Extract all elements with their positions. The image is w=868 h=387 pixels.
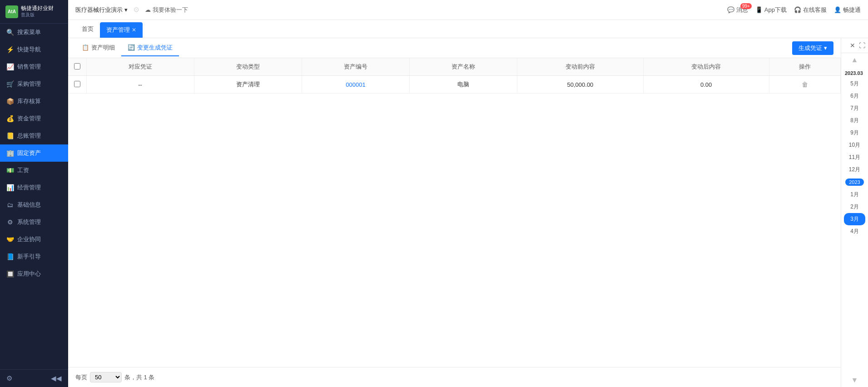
nav-tabs: 首页 资产管理 ✕ <box>68 20 868 38</box>
sidebar-item-ledger[interactable]: 📒总账管理 <box>0 127 68 144</box>
sidebar-item-label-salary: 工资 <box>17 166 29 174</box>
sidebar-item-operation[interactable]: 📊经营管理 <box>0 179 68 196</box>
table-container: 对应凭证变动类型资产编号资产名称变动前内容变动后内容操作 --资产清理00000… <box>68 58 841 367</box>
content-inner: 📋 资产明细 🔄 变更生成凭证 生成凭证 ▾ 对应凭证变动类型资产编号资产名称变… <box>68 38 841 387</box>
list-icon: 📋 <box>82 44 89 51</box>
basic-info-icon: 🗂 <box>6 201 14 208</box>
per-page-label: 每页 <box>75 373 87 382</box>
calendar-month[interactable]: 1月 <box>841 189 868 201</box>
sidebar-item-fund[interactable]: 💰资金管理 <box>0 110 68 127</box>
sidebar-item-label-quick-nav: 快捷导航 <box>17 45 41 54</box>
calendar-month[interactable]: 3月 <box>844 213 865 225</box>
row-before: 50,000.00 <box>517 76 643 94</box>
col-header-1: 对应凭证 <box>86 58 194 76</box>
sidebar-item-label-sales: 销售管理 <box>17 63 41 71</box>
sidebar-item-basic-info[interactable]: 🗂基础信息 <box>0 196 68 213</box>
year-badge: 2023 <box>841 176 868 189</box>
logo-text-block: 畅捷通好业财 普及版 <box>21 5 54 19</box>
sidebar-item-label-purchase: 采购管理 <box>17 80 41 88</box>
company-selector[interactable]: 医疗器械行业演示 ▾ <box>75 6 128 14</box>
sub-tabs: 📋 资产明细 🔄 变更生成凭证 生成凭证 ▾ <box>68 38 841 58</box>
calendar-list: 2023.035月6月7月8月9月10月11月12月20231月2月3月4月 <box>841 67 868 373</box>
calendar-scroll-up[interactable]: ▲ <box>841 53 868 67</box>
dropdown-arrow: ▾ <box>824 45 827 51</box>
sidebar-item-inventory[interactable]: 📦库存核算 <box>0 93 68 110</box>
sidebar-item-quick-nav[interactable]: ⚡快捷导航 <box>0 41 68 58</box>
generate-label: 生成凭证 <box>799 44 822 52</box>
sidebar-item-label-ledger: 总账管理 <box>17 132 41 140</box>
side-calendar-panel: ✕ ⛶ ▲ 2023.035月6月7月8月9月10月11月12月20231月2月… <box>841 38 868 387</box>
calendar-month[interactable]: 2月 <box>841 201 868 213</box>
enterprise-icon: 🤝 <box>6 236 14 243</box>
sidebar-bottom: ⚙ ◀◀ <box>0 369 68 387</box>
ledger-icon: 📒 <box>6 132 14 139</box>
tab-asset-manage[interactable]: 资产管理 ✕ <box>100 22 143 38</box>
calendar-month[interactable]: 9月 <box>841 127 868 139</box>
sidebar-logo: AtA 畅捷通好业财 普及版 <box>0 0 68 24</box>
app-download-btn[interactable]: 📱 App下载 <box>755 6 787 14</box>
calendar-month[interactable]: 12月 <box>841 164 868 176</box>
sidebar-item-label-fixed-asset: 固定资产 <box>17 149 41 157</box>
pagination: 每页 102050100 条，共 1 条 <box>68 367 841 387</box>
col-header-5: 变动前内容 <box>517 58 643 76</box>
user-label: 畅捷通 <box>843 6 861 14</box>
sidebar-item-enterprise[interactable]: 🤝企业协同 <box>0 231 68 248</box>
sidebar-item-system[interactable]: ⚙系统管理 <box>0 213 68 231</box>
per-page-select[interactable]: 102050100 <box>90 372 122 382</box>
sidebar-item-fixed-asset[interactable]: 🏢固定资产 <box>0 144 68 162</box>
sidebar-item-app-center[interactable]: 🔲应用中心 <box>0 265 68 283</box>
row-change-type: 资产清理 <box>194 76 302 94</box>
calendar-month[interactable]: 5月 <box>841 78 868 90</box>
app-download-label: App下载 <box>764 6 787 14</box>
sidebar-item-label-system: 系统管理 <box>17 218 41 226</box>
sidebar-item-guide[interactable]: 📘新手引导 <box>0 248 68 265</box>
settings-icon[interactable]: ⚙ <box>6 374 12 382</box>
calendar-month[interactable]: 10月 <box>841 139 868 151</box>
sidebar-item-label-enterprise: 企业协同 <box>17 235 41 243</box>
topbar-right: 💬 消息 99+ 📱 App下载 🎧 在线客服 👤 畅捷通 <box>727 6 861 14</box>
calendar-month[interactable]: 6月 <box>841 90 868 102</box>
subtab-change-voucher[interactable]: 🔄 变更生成凭证 <box>121 40 179 56</box>
collapse-icon[interactable]: ◀◀ <box>51 374 62 382</box>
sidebar-item-label-basic-info: 基础信息 <box>17 201 41 209</box>
app-center-icon: 🔲 <box>6 270 14 278</box>
generate-voucher-button[interactable]: 生成凭证 ▾ <box>792 41 833 55</box>
logo-title: 畅捷通好业财 <box>21 5 54 12</box>
row-checkbox[interactable] <box>68 76 86 94</box>
calendar-month[interactable]: 4月 <box>841 225 868 238</box>
close-panel-btn[interactable]: ✕ <box>849 41 856 50</box>
sidebar-item-label-app-center: 应用中心 <box>17 270 41 278</box>
subtab-asset-list[interactable]: 📋 资产明细 <box>75 40 121 56</box>
delete-icon[interactable]: 🗑 <box>802 81 808 88</box>
content-area: 📋 资产明细 🔄 变更生成凭证 生成凭证 ▾ 对应凭证变动类型资产编号资产名称变… <box>68 38 868 387</box>
expand-panel-btn[interactable]: ⛶ <box>858 41 866 50</box>
calendar-scroll-down[interactable]: ▼ <box>841 373 868 387</box>
subtab-change-voucher-label: 变更生成凭证 <box>137 44 173 52</box>
operation-icon: 📊 <box>6 184 14 191</box>
row-action[interactable]: 🗑 <box>769 76 840 94</box>
user-menu[interactable]: 👤 畅捷通 <box>834 6 861 14</box>
sidebar-item-sales[interactable]: 📈销售管理 <box>0 58 68 75</box>
calendar-month[interactable]: 11月 <box>841 151 868 164</box>
table-row: --资产清理000001电脑50,000.000.00🗑 <box>68 76 841 94</box>
sidebar-item-search[interactable]: 🔍搜索菜单 <box>0 24 68 41</box>
sidebar-item-label-inventory: 库存核算 <box>17 97 41 105</box>
sidebar-item-label-guide: 新手引导 <box>17 253 41 261</box>
sidebar-item-label-search: 搜索菜单 <box>17 28 41 36</box>
row-checkbox-input[interactable] <box>74 81 80 87</box>
fixed-asset-icon: 🏢 <box>6 149 14 157</box>
calendar-month[interactable]: 8月 <box>841 114 868 127</box>
customer-service-btn[interactable]: 🎧 在线客服 <box>794 6 827 14</box>
select-all-checkbox[interactable] <box>74 63 80 69</box>
tab-close-icon[interactable]: ✕ <box>132 27 136 33</box>
fund-icon: 💰 <box>6 115 14 122</box>
try-experience[interactable]: ☁ 我要体验一下 <box>145 6 188 14</box>
sidebar-item-salary[interactable]: 💵工资 <box>0 162 68 179</box>
col-header-0 <box>68 58 86 76</box>
tab-home[interactable]: 首页 <box>75 21 100 38</box>
purchase-icon: 🛒 <box>6 80 14 88</box>
calendar-month[interactable]: 7月 <box>841 102 868 114</box>
subtab-asset-list-label: 资产明细 <box>91 44 115 52</box>
sidebar-item-purchase[interactable]: 🛒采购管理 <box>0 75 68 93</box>
messages-btn[interactable]: 💬 消息 99+ <box>727 6 748 14</box>
